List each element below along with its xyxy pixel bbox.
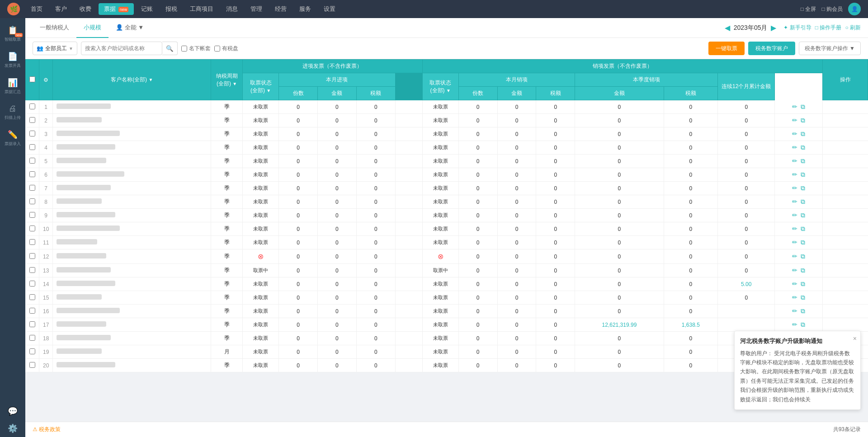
edit-icon[interactable]: ✏	[792, 157, 797, 164]
digital-account-op-btn[interactable]: 税务数字账户操作 ▼	[799, 42, 861, 55]
row-checkbox[interactable]	[29, 198, 35, 204]
search-button[interactable]: 🔍	[162, 42, 178, 55]
edit-icon[interactable]: ✏	[792, 198, 797, 205]
guide-btn[interactable]: ✦ 新手引导	[783, 24, 811, 32]
row-checkbox[interactable]	[29, 131, 35, 136]
edit-icon[interactable]: ✏	[792, 225, 797, 232]
edit-icon[interactable]: ✏	[792, 171, 797, 178]
tax-disk-checkbox[interactable]	[214, 46, 220, 52]
nav-service[interactable]: 服务	[294, 3, 316, 15]
row-checkbox[interactable]	[29, 185, 35, 191]
notification-close-btn[interactable]: ×	[853, 335, 857, 342]
edit-icon[interactable]: ✏	[792, 239, 797, 246]
nav-message[interactable]: 消息	[221, 3, 243, 15]
row-checkbox[interactable]	[29, 103, 35, 109]
manual-btn[interactable]: □ 操作手册	[815, 24, 842, 32]
row-checkbox[interactable]	[29, 294, 35, 300]
edit-icon[interactable]: ✏	[792, 267, 797, 274]
edit-icon[interactable]: ✏	[792, 307, 797, 315]
edit-icon[interactable]: ✏	[792, 294, 797, 301]
row-checkbox[interactable]	[29, 239, 35, 245]
row-checkbox[interactable]	[29, 267, 35, 273]
vip-btn[interactable]: □ 购会员	[821, 5, 843, 13]
copy-icon[interactable]: ⧉	[801, 307, 805, 315]
tab-all[interactable]: 👤 全能 ▼	[108, 18, 151, 38]
edit-icon[interactable]: ✏	[792, 280, 797, 287]
tab-general-taxpayer[interactable]: 一般纳税人	[33, 18, 76, 38]
nav-operation[interactable]: 经营	[269, 3, 292, 15]
sidebar-item-entry[interactable]: ✏️ 票据录入	[0, 126, 25, 150]
copy-icon[interactable]: ⧉	[801, 130, 805, 137]
sidebar-item-smart-invoice[interactable]: 📋 智能取票 new	[0, 22, 25, 46]
tax-policy-link[interactable]: ⚠ 税务政策	[33, 426, 61, 433]
user-avatar[interactable]: 👤	[848, 3, 861, 15]
copy-icon[interactable]: ⧉	[801, 280, 805, 287]
header-client-name[interactable]: 客户名称(全部) ▼	[53, 60, 211, 100]
nav-accounting[interactable]: 记账	[136, 3, 158, 15]
row-checkbox[interactable]	[29, 158, 35, 164]
digital-account-btn[interactable]: 税务数字账户	[748, 42, 795, 55]
copy-icon[interactable]: ⧉	[801, 144, 805, 151]
copy-icon[interactable]: ⧉	[801, 184, 805, 192]
copy-icon[interactable]: ⧉	[801, 253, 805, 260]
copy-icon[interactable]: ⧉	[801, 225, 805, 232]
tab-small-scale[interactable]: 小规模	[76, 18, 108, 38]
header-tax-period[interactable]: 纳税周期(全部) ▼	[211, 60, 243, 100]
fullscreen-btn[interactable]: □ 全屏	[801, 5, 816, 13]
row-checkbox[interactable]	[29, 117, 35, 123]
checkbox-accounts[interactable]: 名下帐套	[181, 45, 211, 52]
nav-management[interactable]: 管理	[245, 3, 268, 15]
row-checkbox[interactable]	[29, 212, 35, 218]
nav-settings[interactable]: 设置	[318, 3, 341, 15]
copy-icon[interactable]: ⧉	[801, 157, 805, 164]
row-checkbox[interactable]	[29, 226, 35, 231]
row-checkbox[interactable]	[29, 321, 35, 327]
copy-icon[interactable]: ⧉	[801, 103, 805, 110]
edit-icon[interactable]: ✏	[792, 103, 797, 110]
accounts-checkbox[interactable]	[181, 46, 187, 52]
row-checkbox[interactable]	[29, 362, 35, 368]
edit-icon[interactable]: ✏	[792, 211, 797, 219]
next-month-btn[interactable]: ▶	[771, 23, 776, 32]
row-checkbox[interactable]	[29, 348, 35, 354]
edit-icon[interactable]: ✏	[792, 117, 797, 124]
checkbox-tax-disk[interactable]: 有税盘	[214, 45, 238, 52]
search-input[interactable]	[81, 42, 162, 55]
sidebar-item-chat[interactable]: 💬	[6, 403, 19, 420]
copy-icon[interactable]: ⧉	[801, 211, 805, 219]
copy-icon[interactable]: ⧉	[801, 117, 805, 124]
employee-filter[interactable]: 👥 全部员工 ▼	[33, 42, 77, 55]
nav-tax[interactable]: 报税	[160, 3, 183, 15]
edit-icon[interactable]: ✏	[792, 144, 797, 151]
edit-icon[interactable]: ✏	[792, 321, 797, 328]
select-all-checkbox[interactable]	[29, 76, 35, 82]
sidebar-item-summary[interactable]: 📊 票据汇总	[0, 74, 25, 99]
sidebar-item-gear[interactable]: ⚙️	[6, 420, 19, 437]
edit-icon[interactable]: ✏	[792, 130, 797, 137]
nav-home[interactable]: 首页	[25, 3, 48, 15]
copy-icon[interactable]: ⧉	[801, 294, 805, 301]
edit-icon[interactable]: ✏	[792, 253, 797, 260]
copy-icon[interactable]: ⧉	[801, 239, 805, 246]
one-click-btn[interactable]: 一键取票	[708, 42, 745, 55]
nav-client[interactable]: 客户	[50, 3, 72, 15]
sidebar-item-open-invoice[interactable]: 📄 发票开具	[0, 48, 25, 72]
refresh-btn[interactable]: ○ 刷新	[845, 24, 861, 32]
nav-invoice[interactable]: 票据 new	[99, 3, 134, 15]
row-checkbox[interactable]	[29, 171, 35, 177]
prev-month-btn[interactable]: ◀	[725, 23, 730, 32]
copy-icon[interactable]: ⧉	[801, 171, 805, 178]
copy-icon[interactable]: ⧉	[801, 198, 805, 205]
edit-icon[interactable]: ✏	[792, 184, 797, 192]
row-checkbox[interactable]	[29, 144, 35, 150]
row-checkbox[interactable]	[29, 308, 35, 314]
sidebar-item-scan[interactable]: 🖨 扫描上传	[0, 100, 25, 124]
header-out-status[interactable]: 取票状态(全部) ▼	[422, 73, 458, 100]
nav-business[interactable]: 工商项目	[184, 3, 219, 15]
copy-icon[interactable]: ⧉	[801, 321, 805, 328]
nav-billing[interactable]: 收费	[74, 3, 97, 15]
copy-icon[interactable]: ⧉	[801, 267, 805, 274]
row-checkbox[interactable]	[29, 281, 35, 287]
header-in-status[interactable]: 取票状态(全部) ▼	[243, 73, 279, 100]
row-checkbox[interactable]	[29, 335, 35, 341]
